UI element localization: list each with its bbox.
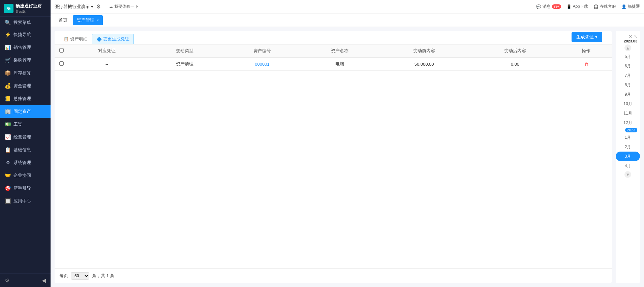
user-item[interactable]: 👤 畅捷通 [621, 4, 640, 9]
expand-panel-icon[interactable]: ⤡ [634, 34, 638, 39]
sidebar-bottom: ⚙ ◀ [0, 274, 51, 287]
system-icon: ⚙ [5, 160, 11, 166]
row-action-cell: 🗑 [560, 58, 612, 71]
panel-month-6[interactable]: 6月 [616, 61, 640, 71]
ledger-icon: 📒 [5, 96, 11, 102]
generate-voucher-button[interactable]: 生成凭证 ▾ [572, 32, 602, 42]
content-area: 📋 资产明细 🔷 变更生成凭证 生成凭证 ▾ [51, 27, 644, 287]
subtab-label: 资产明细 [70, 36, 88, 42]
row-checkbox-cell [55, 58, 68, 71]
pagination: 每页 50 10 20 100 条，共 1 条 [55, 268, 612, 283]
search-icon: 🔍 [5, 20, 11, 26]
table-header-row: 对应凭证 变动类型 资产编号 资产名称 变动前内容 变动后内容 操作 [55, 44, 612, 58]
panel-month-10[interactable]: 10月 [616, 99, 640, 108]
sidebar-item-label: 应用中心 [13, 198, 31, 204]
inventory-icon: 📦 [5, 70, 11, 76]
sidebar-item-label: 销售管理 [13, 44, 31, 51]
col-asset-no: 资产编号 [223, 44, 301, 58]
panel-month-4[interactable]: 4月 [616, 161, 640, 170]
operations-icon: 📈 [5, 134, 11, 140]
panel-month-11[interactable]: 11月 [616, 108, 640, 118]
row-checkbox[interactable] [59, 61, 64, 66]
tab-home[interactable]: 首页 [55, 15, 71, 25]
col-before: 变动前内容 [379, 44, 470, 58]
sidebar-item-quick-nav[interactable]: ⚡ 快捷导航 [0, 28, 51, 41]
table-row: -- 资产清理 000001 电脑 50,000.00 0.00 🗑 [55, 58, 612, 71]
panel-month-12[interactable]: 12月 [616, 118, 640, 127]
year-2023-badge: 2023 [625, 128, 637, 132]
panel-month-7[interactable]: 7月 [616, 71, 640, 80]
sidebar-item-inventory[interactable]: 📦 库存核算 [0, 67, 51, 79]
panel-month-3-active[interactable]: 3月 [616, 152, 640, 161]
sidebar-item-base-info[interactable]: 📋 基础信息 [0, 144, 51, 156]
sidebar-item-sales[interactable]: 📊 销售管理 [0, 41, 51, 54]
panel-month-5[interactable]: 5月 [616, 52, 640, 61]
panel-month-2[interactable]: 2月 [616, 142, 640, 152]
funds-icon: 💰 [5, 83, 11, 89]
panel-controls: ✕ ⤡ [616, 32, 640, 39]
fixed-assets-icon: 🏢 [5, 108, 11, 115]
sidebar-item-system[interactable]: ⚙ 系统管理 [0, 156, 51, 169]
sidebar-item-guide[interactable]: 🎯 新手引导 [0, 182, 51, 195]
topbar: 医疗器械行业演示 ▾ ⚙ ☁ 我要体验一下 💬 消息 99+ 📱 App下载 🎧… [51, 0, 644, 13]
settings-bottom-icon[interactable]: ⚙ [5, 277, 9, 284]
tab-asset-management[interactable]: 资产管理 × [73, 15, 103, 25]
panel-nav-up[interactable]: ▲ [624, 44, 631, 51]
panel-nav-down[interactable]: ▼ [624, 171, 631, 178]
select-all-checkbox[interactable] [59, 48, 64, 53]
subtabs-row: 📋 资产明细 🔷 变更生成凭证 生成凭证 ▾ [55, 31, 612, 44]
panel-year-2023-label: 2023 [616, 128, 640, 132]
row-before: 50,000.00 [379, 58, 470, 71]
topbar-experience[interactable]: ☁ 我要体验一下 [109, 4, 139, 9]
messages-item[interactable]: 💬 消息 99+ [536, 4, 561, 9]
sidebar-item-salary[interactable]: 💵 工资 [0, 118, 51, 131]
sidebar-item-label: 固定资产 [13, 108, 31, 115]
delete-icon[interactable]: 🗑 [584, 62, 588, 67]
logo-version: 普及版 [16, 9, 42, 14]
logo-text-block: 畅捷通好业财 普及版 [16, 3, 42, 14]
subtab-change-voucher[interactable]: 🔷 变更生成凭证 [92, 34, 134, 44]
tab-close-icon[interactable]: × [96, 18, 99, 23]
sidebar-item-purchase[interactable]: 🛒 采购管理 [0, 54, 51, 67]
generate-voucher-label: 生成凭证 [576, 34, 594, 40]
row-asset-name: 电脑 [301, 58, 378, 71]
panel-month-8[interactable]: 8月 [616, 80, 640, 90]
sidebar-item-search[interactable]: 🔍 搜索菜单 [0, 17, 51, 28]
row-asset-no[interactable]: 000001 [223, 58, 301, 71]
tabbar: 首页 资产管理 × [51, 13, 644, 27]
experience-text: 我要体验一下 [114, 4, 139, 9]
subtab-asset-detail[interactable]: 📋 资产明细 [59, 34, 92, 44]
subtab-label: 变更生成凭证 [103, 36, 129, 42]
col-asset-name: 资产名称 [301, 44, 378, 58]
sidebar-item-label: 快捷导航 [13, 32, 31, 38]
sidebar-item-label: 经营管理 [13, 134, 31, 140]
sidebar-item-label: 总账管理 [13, 96, 31, 102]
panel-month-1[interactable]: 1月 [616, 133, 640, 142]
total-label: 条，共 1 条 [92, 273, 114, 279]
cooperation-icon: 🤝 [5, 172, 11, 179]
row-voucher: -- [68, 58, 146, 71]
sidebar: 畅 畅捷通好业财 普及版 🔍 搜索菜单 ⚡ 快捷导航 📊 销售管理 🛒 采购管理… [0, 0, 51, 287]
per-page-select[interactable]: 50 10 20 100 [71, 272, 89, 280]
salary-icon: 💵 [5, 121, 11, 127]
topbar-right: 💬 消息 99+ 📱 App下载 🎧 在线客服 👤 畅捷通 [536, 4, 640, 9]
panel-month-9[interactable]: 9月 [616, 90, 640, 99]
sidebar-item-operations[interactable]: 📈 经营管理 [0, 131, 51, 144]
app-download-item[interactable]: 📱 App下载 [566, 4, 588, 9]
sidebar-item-funds[interactable]: 💰 资金管理 [0, 79, 51, 92]
sidebar-search-label: 搜索菜单 [13, 20, 31, 26]
online-service-label: 在线客服 [600, 4, 616, 9]
col-voucher: 对应凭证 [68, 44, 146, 58]
collapse-icon[interactable]: ◀ [42, 277, 46, 284]
per-page-label: 每页 [59, 273, 68, 279]
topbar-left: 医疗器械行业演示 ▾ ⚙ ☁ 我要体验一下 [55, 3, 139, 10]
topbar-company[interactable]: 医疗器械行业演示 ▾ [55, 4, 93, 10]
sidebar-item-cooperation[interactable]: 🤝 企业协同 [0, 169, 51, 182]
topbar-settings-icon[interactable]: ⚙ [96, 3, 101, 10]
sidebar-item-fixed-assets[interactable]: 🏢 固定资产 [0, 105, 51, 118]
online-service-item[interactable]: 🎧 在线客服 [593, 4, 616, 9]
sidebar-item-ledger[interactable]: 📒 总账管理 [0, 92, 51, 105]
sidebar-item-label: 库存核算 [13, 70, 31, 76]
close-panel-icon[interactable]: ✕ [628, 34, 633, 39]
sidebar-item-app-center[interactable]: 🔲 应用中心 [0, 195, 51, 208]
